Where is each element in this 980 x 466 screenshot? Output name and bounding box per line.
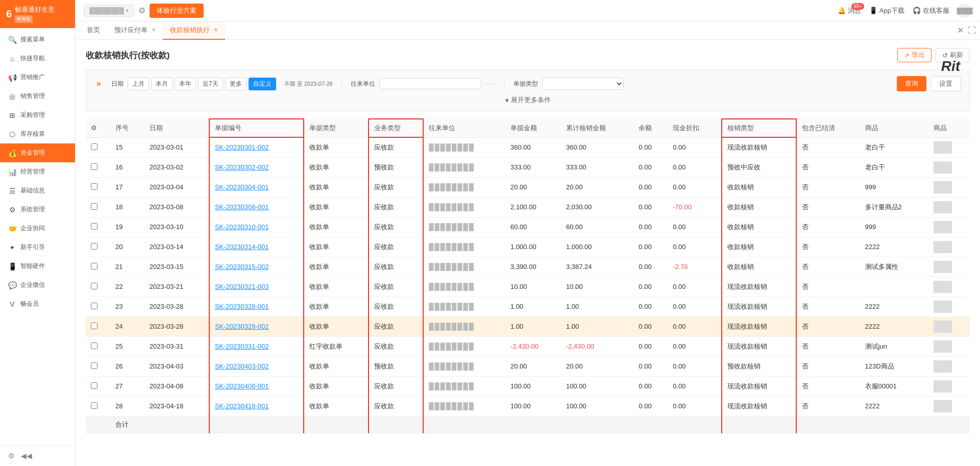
cell-checkbox[interactable] xyxy=(86,297,110,316)
cell-doc-type: 收款单 xyxy=(304,217,368,237)
cell-cum-amount: 20.00 xyxy=(561,356,633,376)
doc-no-link[interactable]: SK-20230304-001 xyxy=(215,183,269,191)
doc-no-link[interactable]: SK-20230328-002 xyxy=(215,323,269,330)
doc-no-link[interactable]: SK-20230310-001 xyxy=(215,223,269,231)
cell-date: 2023-03-08 xyxy=(144,197,209,217)
tab-home-label: 首页 xyxy=(87,26,100,35)
cell-amount: 360.00 xyxy=(505,137,561,157)
cell-balance: 0.00 xyxy=(633,376,668,396)
industry-button[interactable]: 体验行业方案 xyxy=(150,4,204,18)
cell-product: 999 xyxy=(860,177,928,197)
sidebar-item-wechat[interactable]: 💬 企业微信 xyxy=(0,276,75,295)
online-service-button[interactable]: 🎧 在线客服 xyxy=(913,6,949,15)
collapse-icon[interactable]: ◀◀ xyxy=(21,452,32,460)
gear-icon[interactable]: ⚙ xyxy=(138,6,145,15)
tab-collection[interactable]: 收款核销执行 ✕ xyxy=(163,21,225,40)
export-button[interactable]: ↗ 导出 xyxy=(897,48,932,62)
doc-no-link[interactable]: SK-20230321-003 xyxy=(215,283,269,290)
cell-checkbox[interactable] xyxy=(86,257,110,277)
cell-include-cleared: 否 xyxy=(796,177,860,197)
doc-no-link[interactable]: SK-20230418-001 xyxy=(215,402,269,410)
cell-amount: -2,430.00 xyxy=(505,336,561,356)
cell-checkbox[interactable] xyxy=(86,336,110,356)
custom-date-btn[interactable]: 自定义 xyxy=(249,78,276,90)
sidebar-menu: 🔍 搜索菜单 ⌂ 快捷导航 📢 营销推广 ◎ 销售管理 ⊞ 采购管理 ⬡ 库存核… xyxy=(0,28,75,445)
cell-checkbox[interactable] xyxy=(86,137,110,157)
this-year-btn[interactable]: 本年 xyxy=(175,78,196,90)
query-button[interactable]: 查询 xyxy=(897,76,926,91)
expand-tab-icon[interactable]: ⛶ xyxy=(968,26,976,35)
close-all-tabs-icon[interactable]: ✕ xyxy=(957,26,964,35)
inventory-icon: ⬡ xyxy=(8,130,16,138)
sidebar-item-member[interactable]: V 畅会员 xyxy=(0,295,75,313)
last-7days-btn[interactable]: 近7天 xyxy=(198,78,223,90)
expand-more-button[interactable]: ▾ 展开更多条件 xyxy=(505,95,551,105)
filter-expand-button[interactable]: » xyxy=(94,79,103,88)
cell-checkbox[interactable] xyxy=(86,177,110,197)
doc-no-link[interactable]: SK-20230301-002 xyxy=(215,143,269,151)
cell-checkbox[interactable] xyxy=(86,356,110,376)
cell-product2 xyxy=(928,257,970,277)
sidebar-item-operations-label: 经营管理 xyxy=(20,167,45,176)
doc-no-link[interactable]: SK-20230331-002 xyxy=(215,342,269,350)
doc-type-select[interactable] xyxy=(542,78,624,90)
cell-checkbox[interactable] xyxy=(86,376,110,396)
sidebar-item-sales[interactable]: ◎ 销售管理 xyxy=(0,87,75,106)
settings-bottom-icon[interactable]: ⚙ xyxy=(8,452,15,460)
col-header-settings[interactable]: ⚙ xyxy=(86,119,110,137)
tab-home[interactable]: 首页 xyxy=(80,21,107,40)
doc-no-link[interactable]: SK-20230315-002 xyxy=(215,263,269,271)
sidebar-item-basic[interactable]: ☰ 基础信息 xyxy=(0,181,75,200)
cell-checkbox[interactable] xyxy=(86,157,110,177)
sidebar-item-system[interactable]: ⚙ 系统管理 xyxy=(0,200,75,219)
cell-no: 25 xyxy=(110,336,144,356)
cell-checkbox[interactable] xyxy=(86,237,110,257)
sidebar-item-operations[interactable]: 📊 经营管理 xyxy=(0,162,75,181)
logo-name: 畅康通好生意 xyxy=(15,5,55,14)
cell-total-product xyxy=(860,416,928,433)
cell-product: 测试jun xyxy=(860,336,928,356)
cell-checkbox[interactable] xyxy=(86,316,110,336)
app-download-button[interactable]: 📱 App下载 xyxy=(869,6,904,15)
more-date-btn[interactable]: 更多 xyxy=(225,78,247,90)
tab-collection-close-icon[interactable]: ✕ xyxy=(214,27,218,33)
column-settings-icon[interactable]: ⚙ xyxy=(91,124,97,132)
messages-button[interactable]: 🔔 消息 99+ xyxy=(838,6,861,15)
cell-cum-amount: 1.00 xyxy=(561,316,633,336)
tab-prepay[interactable]: 预计应付单 ✕ xyxy=(107,21,163,40)
doc-no-link[interactable]: SK-20230408-001 xyxy=(215,382,269,390)
sidebar-item-hardware[interactable]: 📱 智能硬件 xyxy=(0,257,75,276)
this-month-btn[interactable]: 本月 xyxy=(151,78,173,90)
tab-prepay-close-icon[interactable]: ✕ xyxy=(152,27,156,33)
cell-checkbox[interactable] xyxy=(86,277,110,297)
sidebar-item-inventory[interactable]: ⬡ 库存核算 xyxy=(0,125,75,143)
workspace-selector[interactable]: ████████ ▾ xyxy=(84,5,134,17)
cell-biz-type: 应收款 xyxy=(369,257,424,277)
sidebar-item-enterprise[interactable]: 🤝 企业协同 xyxy=(0,219,75,238)
filter-settings-button[interactable]: 设置 xyxy=(930,76,961,91)
doc-no-link[interactable]: SK-20230328-001 xyxy=(215,303,269,310)
doc-no-link[interactable]: SK-20230302-002 xyxy=(215,163,269,171)
sidebar-item-guide[interactable]: ✦ 新手引导 xyxy=(0,238,75,257)
cell-biz-type: 应收款 xyxy=(369,316,424,336)
last-month-btn[interactable]: 上月 xyxy=(128,78,149,90)
doc-no-link[interactable]: SK-20230314-001 xyxy=(215,243,269,251)
doc-no-link[interactable]: SK-20230308-001 xyxy=(215,203,269,211)
export-icon: ↗ xyxy=(904,52,910,59)
sidebar-item-quicknav[interactable]: ⌂ 快捷导航 xyxy=(0,49,75,68)
cell-date: 2023-03-31 xyxy=(144,336,209,356)
unit-input[interactable] xyxy=(379,78,481,89)
more-options-icon[interactable]: ··· xyxy=(485,79,495,88)
cell-checkbox[interactable] xyxy=(86,197,110,217)
cell-checkbox[interactable] xyxy=(86,217,110,237)
sidebar-item-search[interactable]: 🔍 搜索菜单 xyxy=(0,30,75,49)
sidebar-item-marketing[interactable]: 📢 营销推广 xyxy=(0,68,75,87)
doc-no-link[interactable]: SK-20230403-002 xyxy=(215,362,269,370)
cell-include-cleared: 否 xyxy=(796,277,860,297)
sidebar-item-purchase[interactable]: ⊞ 采购管理 xyxy=(0,106,75,125)
sidebar-item-finance[interactable]: 💰 资金管理 xyxy=(0,143,75,162)
user-avatar[interactable]: ████ xyxy=(958,4,972,18)
cell-doc-type: 收款单 xyxy=(304,157,368,177)
cell-verify-type: 预收中应收 xyxy=(722,157,796,177)
cell-checkbox[interactable] xyxy=(86,396,110,416)
